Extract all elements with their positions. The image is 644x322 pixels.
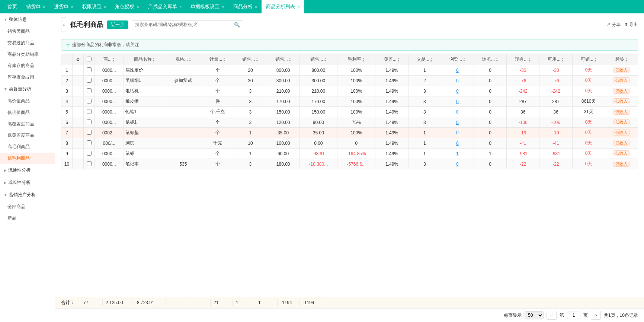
cell-views2: 1 bbox=[474, 149, 507, 159]
row-checkbox[interactable] bbox=[87, 151, 92, 156]
nav-product-analysis-list[interactable]: 商品分析列表 × bbox=[262, 0, 304, 13]
prev-page-btn[interactable]: ＜ bbox=[547, 311, 557, 320]
page-number-input[interactable] bbox=[567, 312, 580, 319]
sidebar-group-cluster[interactable]: ▼ 类群量分析 bbox=[0, 83, 55, 95]
nav-home[interactable]: 首页 bbox=[3, 0, 22, 13]
row-checkbox[interactable] bbox=[87, 99, 92, 103]
close-icon[interactable]: × bbox=[221, 4, 224, 9]
cell-views1: 0 bbox=[441, 138, 474, 149]
table-row: 8 000/... 测试 千克 10 100.00 0.00 0 1.49% 1… bbox=[61, 138, 638, 149]
row-checkbox[interactable] bbox=[87, 119, 92, 124]
sidebar-group-growth[interactable]: ▶ 成长性分析 bbox=[0, 176, 55, 189]
sidebar-group-overall[interactable]: ▼ 整体信息 bbox=[0, 13, 55, 26]
nav-product-analysis[interactable]: 商品分析 × bbox=[229, 0, 262, 13]
nav-role-auth[interactable]: 角色授权 × bbox=[110, 0, 143, 13]
cell-gross-margin: 75% bbox=[337, 117, 375, 128]
nav-permission-settings[interactable]: 权限设置 × bbox=[78, 0, 110, 13]
col-sellable-days[interactable]: 可销...▲▼ bbox=[572, 54, 605, 65]
row-checkbox[interactable] bbox=[87, 130, 92, 135]
col-code[interactable]: 商...▲▼ bbox=[95, 54, 124, 65]
col-available-stock[interactable]: 可用...▲▼ bbox=[539, 54, 572, 65]
next-page-btn[interactable]: ＞ bbox=[591, 311, 601, 320]
cell-sellable-days: 8610天 bbox=[572, 96, 605, 107]
close-icon[interactable]: × bbox=[135, 4, 139, 9]
views1-link[interactable]: 0 bbox=[456, 89, 459, 94]
cell-tag: 低收入 bbox=[605, 65, 638, 76]
sidebar-item-in-stock-products[interactable]: 有库存的商品 bbox=[0, 60, 55, 71]
views1-link[interactable]: 0 bbox=[456, 141, 459, 146]
sidebar-item-inventory-capital[interactable]: 库存资金占用 bbox=[0, 71, 55, 83]
sidebar-item-traded-products[interactable]: 交易过的商品 bbox=[0, 37, 55, 49]
page-label: 第 bbox=[560, 312, 564, 319]
row-checkbox[interactable] bbox=[87, 109, 92, 114]
search-input[interactable] bbox=[135, 22, 234, 27]
row-checkbox[interactable] bbox=[87, 140, 92, 145]
col-gross-margin[interactable]: 毛利率▲▼ bbox=[337, 54, 375, 65]
col-spec[interactable]: 规格...▲▼ bbox=[165, 54, 201, 65]
cell-code: 0002... bbox=[95, 128, 124, 138]
views1-link[interactable]: 0 bbox=[456, 162, 459, 167]
cell-unit: 个 bbox=[201, 159, 234, 169]
col-sales-profit[interactable]: 销售...▲▼ bbox=[299, 54, 337, 65]
col-views1[interactable]: 浏览...▲▼ bbox=[441, 54, 474, 65]
nav-sales-order[interactable]: 销货单 × bbox=[22, 0, 49, 13]
row-checkbox[interactable] bbox=[87, 67, 92, 72]
col-sales-price[interactable]: 销售...▲▼ bbox=[267, 54, 299, 65]
col-settings[interactable]: ⚙ bbox=[73, 54, 84, 65]
cell-available-stock: -19 bbox=[539, 128, 572, 138]
sidebar-group-marketing[interactable]: ▼ 营销推广分析 bbox=[0, 189, 55, 201]
sidebar-item-high-coverage[interactable]: 高覆盖度商品 bbox=[0, 118, 55, 130]
close-icon[interactable]: × bbox=[296, 4, 299, 9]
row-checkbox[interactable] bbox=[87, 88, 92, 93]
cell-coverage: 1.49% bbox=[375, 159, 408, 169]
row-checkbox[interactable] bbox=[87, 161, 92, 166]
sidebar-group-circulation[interactable]: ▶ 流通性分析 bbox=[0, 164, 55, 176]
sidebar-item-new-products[interactable]: 新品 bbox=[0, 213, 55, 224]
col-unit[interactable]: 计量...▲▼ bbox=[201, 54, 234, 65]
cell-spec: 参加复试 bbox=[165, 76, 201, 86]
close-icon[interactable]: × bbox=[103, 4, 106, 9]
sidebar-item-category-sales-rate[interactable]: 商品分类助销率 bbox=[0, 49, 55, 60]
views1-link[interactable]: 0 bbox=[456, 99, 459, 104]
views1-link[interactable]: 1 bbox=[456, 151, 459, 156]
views1-link[interactable]: 0 bbox=[456, 78, 459, 83]
col-transaction[interactable]: 交易...▲▼ bbox=[408, 54, 441, 65]
sidebar-item-low-coverage[interactable]: 低覆盖度商品 bbox=[0, 130, 55, 141]
col-tag[interactable]: 标签▲▼ bbox=[605, 54, 638, 65]
nav-purchase-order[interactable]: 进货单 × bbox=[49, 0, 77, 13]
sidebar-item-low-margin[interactable]: 低毛利商品 bbox=[0, 153, 55, 164]
row-checkbox[interactable] bbox=[87, 78, 92, 83]
sidebar-item-high-value[interactable]: 高价值商品 bbox=[0, 95, 55, 107]
cell-settings bbox=[73, 149, 84, 159]
select-all-checkbox[interactable] bbox=[87, 57, 92, 61]
cell-sales-profit: 800.00 bbox=[299, 65, 337, 76]
close-icon[interactable]: × bbox=[70, 4, 73, 9]
filter-recent-month-btn[interactable]: 近一月 bbox=[107, 20, 128, 29]
export-btn[interactable]: ⬆ 导出 bbox=[624, 22, 638, 28]
views1-link[interactable]: 0 bbox=[456, 109, 459, 115]
col-sales-qty[interactable]: 销售...▲▼ bbox=[234, 54, 267, 65]
cell-unit: 个 bbox=[201, 128, 234, 138]
cell-code: 0000... bbox=[95, 117, 124, 128]
sidebar-item-all-products[interactable]: 全部商品 bbox=[0, 201, 55, 213]
tag-badge: 低收入 bbox=[613, 130, 629, 136]
sidebar-item-sales-products[interactable]: 销售类商品 bbox=[0, 26, 55, 37]
close-icon[interactable]: × bbox=[254, 4, 257, 9]
share-btn[interactable]: ↗ 分享 bbox=[607, 22, 621, 28]
col-views2[interactable]: 浏览...▲▼ bbox=[474, 54, 507, 65]
views1-link[interactable]: 0 bbox=[456, 68, 459, 73]
col-current-stock[interactable]: 现有...▲▼ bbox=[507, 54, 539, 65]
views1-link[interactable]: 0 bbox=[456, 120, 459, 125]
cell-available-stock: 287 bbox=[539, 96, 572, 107]
close-icon[interactable]: × bbox=[42, 4, 45, 9]
per-page-select[interactable]: 50 100 200 bbox=[525, 311, 544, 319]
col-name[interactable]: 商品名称▲▼ bbox=[124, 54, 165, 65]
close-icon[interactable]: × bbox=[178, 4, 182, 9]
views1-link[interactable]: 0 bbox=[456, 130, 459, 136]
nav-template-settings[interactable]: 单据模板设置 × bbox=[186, 0, 228, 13]
sidebar-collapse-btn[interactable]: « bbox=[61, 17, 66, 32]
sidebar-item-low-value[interactable]: 低价值商品 bbox=[0, 107, 55, 118]
col-coverage[interactable]: 覆盖...▲▼ bbox=[375, 54, 408, 65]
nav-product-entry[interactable]: 产成品入库单 × bbox=[144, 0, 186, 13]
sidebar-item-high-margin[interactable]: 高毛利商品 bbox=[0, 141, 55, 153]
